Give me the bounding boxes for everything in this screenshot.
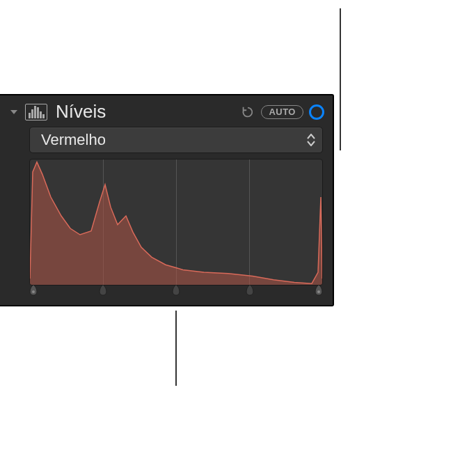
histogram[interactable]: [29, 159, 323, 286]
levels-handle[interactable]: [245, 284, 255, 297]
auto-button[interactable]: AUTO: [261, 105, 303, 119]
callout-line-top: [340, 8, 341, 150]
levels-handle[interactable]: [171, 284, 181, 297]
svg-point-0: [32, 290, 35, 293]
reset-undo-icon[interactable]: [240, 104, 255, 120]
popup-stepper-icon: [307, 134, 315, 146]
svg-point-1: [317, 290, 320, 293]
channel-popup[interactable]: Vermelho: [29, 127, 323, 153]
levels-handle[interactable]: [314, 284, 324, 297]
levels-handle[interactable]: [29, 284, 38, 297]
disclosure-triangle-icon[interactable]: [8, 107, 19, 118]
callout-line-bottom: [175, 311, 177, 386]
panel-header: Níveis AUTO: [0, 95, 333, 127]
enable-toggle[interactable]: [309, 104, 324, 120]
levels-panel: Níveis AUTO Vermelho: [0, 94, 334, 306]
histogram-area: [29, 159, 323, 301]
levels-handle[interactable]: [98, 284, 108, 297]
channel-popup-label: Vermelho: [41, 131, 106, 149]
handle-track: [29, 284, 323, 301]
levels-icon: [25, 104, 47, 120]
panel-title: Níveis: [56, 101, 235, 123]
